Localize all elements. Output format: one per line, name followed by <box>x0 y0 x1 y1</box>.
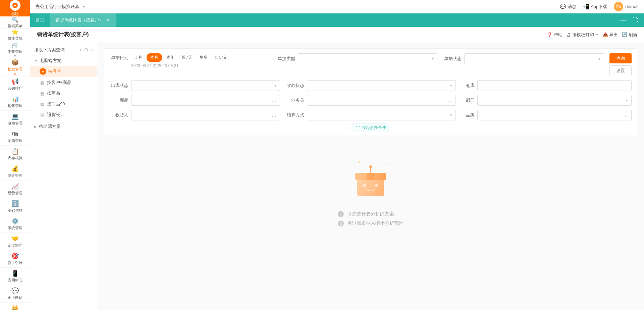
sidebar-item-retail[interactable]: 🛒 零售管理 ▼ <box>0 41 30 58</box>
scheme-item-by-customer[interactable]: ● 按客户 <box>30 66 97 77</box>
brand-input[interactable]: … <box>477 110 632 120</box>
collapse-label: 收起更多条件 <box>362 125 386 131</box>
doc-status-select[interactable]: ▼ <box>464 53 604 64</box>
salesperson-input[interactable]: … <box>307 95 456 106</box>
system-icon: ⚙️ <box>11 217 19 225</box>
scheme-by-product-label: 按商品 <box>47 90 60 96</box>
scheme-collapse-icon[interactable]: « <box>90 47 93 53</box>
message-icon: 💬 <box>560 4 566 10</box>
date-tab-custom[interactable]: 自定义 <box>212 53 230 62</box>
username-label: demo2 <box>625 4 639 9</box>
print-dropdown-icon: ▼ <box>595 33 599 37</box>
sidebar-item-ops[interactable]: 📈 经营管理 <box>0 180 30 198</box>
sidebar-item-enterprise[interactable]: 🤝 企业协同 <box>0 233 30 250</box>
retail-expand-icon: ▼ <box>13 54 17 58</box>
date-tab-last-7[interactable]: 近7天 <box>179 53 195 62</box>
date-tab-this-year[interactable]: 本年 <box>163 53 177 62</box>
action-buttons: 查询 设置 <box>609 53 632 76</box>
dropdown-arrow-icon[interactable]: ▼ <box>82 4 86 9</box>
sales-icon: 📊 <box>11 95 19 103</box>
sidebar-item-onboarding[interactable]: 🎯 新手引导 <box>0 250 30 268</box>
out-status-caret-icon: ▼ <box>274 84 277 88</box>
scheme-item-return-stat[interactable]: ▤ 退货统计 <box>30 109 97 120</box>
doc-type-select[interactable]: ▼ <box>298 53 438 64</box>
sidebar: 标版 🔍 搜索菜单 ⭐ 快捷导航 🛒 零售管理 ▼ 📦 批发管理 ▲ 📢 营销推… <box>0 0 30 310</box>
collapse-up-icon: ⌃⌃ <box>355 126 361 130</box>
receiver-input[interactable]: … <box>131 110 280 120</box>
scheme-by-customer-product-label: 按客户+商品 <box>47 80 71 86</box>
payment-status-label: 收款状态 <box>285 83 304 89</box>
sidebar-logo[interactable]: 标版 <box>0 0 30 16</box>
warehouse-input[interactable]: … <box>477 80 632 91</box>
tab-sales-stat[interactable]: 销货单统计表（按客户） × <box>50 13 116 27</box>
collapse-row: ⌃⌃ 收起更多条件 <box>110 123 632 132</box>
tab-expand-button[interactable]: ⛶ <box>631 15 640 25</box>
refresh-button[interactable]: 🔄 刷新 <box>622 32 637 38</box>
scheme-settings-icon[interactable]: ⊙ <box>84 47 88 53</box>
refresh-label: 刷新 <box>629 32 637 38</box>
sidebar-item-purchase[interactable]: 🛍 采购管理 <box>0 128 30 146</box>
scheme-item-by-product-99[interactable]: ▦ 按商品99 <box>30 99 97 109</box>
sidebar-item-search[interactable]: 🔍 搜索菜单 <box>0 16 30 29</box>
scheme-group-mobile-header[interactable]: ▶ 移动端方案 <box>30 121 97 132</box>
out-status-select[interactable]: ▼ <box>131 80 280 91</box>
desktop-group-arrow: ▼ <box>34 59 38 63</box>
collapse-button[interactable]: ⌃⌃ 收起更多条件 <box>351 123 390 132</box>
filter-field-warehouse: 仓库 … <box>461 80 632 91</box>
wechat-label: 企业微信 <box>8 296 22 300</box>
date-tab-last-month[interactable]: 上月 <box>131 53 145 62</box>
product-input[interactable]: … <box>131 95 280 106</box>
filter-field-department: 部门 ▼ <box>461 95 632 106</box>
tab-bar-actions: — ⛶ <box>619 15 644 25</box>
sidebar-item-marketing[interactable]: 📢 营销推广 <box>0 76 30 93</box>
doc-type-caret-icon: ▼ <box>431 57 434 61</box>
svg-rect-3 <box>367 173 374 180</box>
sidebar-item-finance[interactable]: 💰 资金管理 <box>0 163 30 180</box>
scheme-item-by-product[interactable]: ▦ 按商品 <box>30 88 97 99</box>
sidebar-item-wholesale[interactable]: 📦 批发管理 ▲ <box>0 58 30 76</box>
sidebar-item-quick-nav[interactable]: ⭐ 快捷导航 <box>0 29 30 41</box>
sidebar-item-member[interactable]: 👑 畅会员 <box>0 303 30 310</box>
date-tab-this-month[interactable]: 本月 <box>147 53 162 62</box>
app-download-action[interactable]: 📲 App下载 <box>583 4 607 10</box>
receiver-label: 收货人 <box>110 112 128 118</box>
add-scheme-button[interactable]: + <box>79 47 82 53</box>
scheme-icon-3: ▦ <box>40 101 45 107</box>
date-tab-more[interactable]: 更多 <box>197 53 211 62</box>
export-label: 导出 <box>609 32 618 38</box>
settlement-select[interactable]: ▼ <box>307 110 456 120</box>
retail-icon: 🛒 <box>11 41 19 49</box>
sidebar-item-wechat[interactable]: 💬 企业微信 <box>0 285 30 303</box>
sidebar-item-app-center[interactable]: 📱 应用中心 <box>0 268 30 285</box>
department-caret-icon: ▼ <box>625 99 629 102</box>
basic-label: 基础信息 <box>8 208 22 213</box>
marketing-icon: 📢 <box>11 78 19 85</box>
payment-status-select[interactable]: ▼ <box>307 80 456 91</box>
settings-button[interactable]: 设置 <box>609 65 632 76</box>
tab-minimize-button[interactable]: — <box>619 15 628 25</box>
sidebar-item-inventory[interactable]: 📋 库存核算 <box>0 146 30 163</box>
user-menu[interactable]: Ea demo2 <box>614 2 639 11</box>
left-panel-title: 按以下方案查询 <box>34 47 65 53</box>
export-button[interactable]: 📤 导出 <box>603 32 618 38</box>
sidebar-item-basic[interactable]: ℹ️ 基础信息 <box>0 198 30 215</box>
tab-home[interactable]: 首页 <box>30 13 50 27</box>
tab-close-button[interactable]: × <box>105 17 111 23</box>
home-tab-label: 首页 <box>36 17 44 23</box>
scheme-item-by-customer-product[interactable]: ▦ 按客户+商品 <box>30 77 97 88</box>
query-button[interactable]: 查询 <box>609 53 632 63</box>
sidebar-item-ecommerce[interactable]: 💻 电商管理 <box>0 111 30 128</box>
page-content: 销货单统计表(按客户) ❓ 帮助 🖨 按模板打印 ▼ 📤 导出 🔄 刷新 <box>30 27 644 310</box>
inventory-label: 库存核算 <box>8 156 22 160</box>
filter-field-settlement: 结算方式 ▼ <box>285 110 456 120</box>
scheme-group-desktop-header[interactable]: ▼ 电脑端方案 <box>30 56 97 66</box>
print-button[interactable]: 🖨 按模板打印 ▼ <box>567 32 599 38</box>
department-select[interactable]: ▼ <box>477 95 632 106</box>
sidebar-item-system[interactable]: ⚙️ 系统管理 <box>0 215 30 233</box>
message-action[interactable]: 💬 消息 <box>560 4 576 10</box>
help-button[interactable]: ❓ 帮助 <box>547 32 562 38</box>
scheme-group-mobile: ▶ 移动端方案 <box>30 121 97 132</box>
sidebar-item-sales[interactable]: 📊 销售管理 <box>0 93 30 111</box>
left-panel: 按以下方案查询 + ⊙ « ▼ 电脑端方案 ● 按客户 <box>30 43 97 310</box>
message-label: 消息 <box>568 4 576 10</box>
